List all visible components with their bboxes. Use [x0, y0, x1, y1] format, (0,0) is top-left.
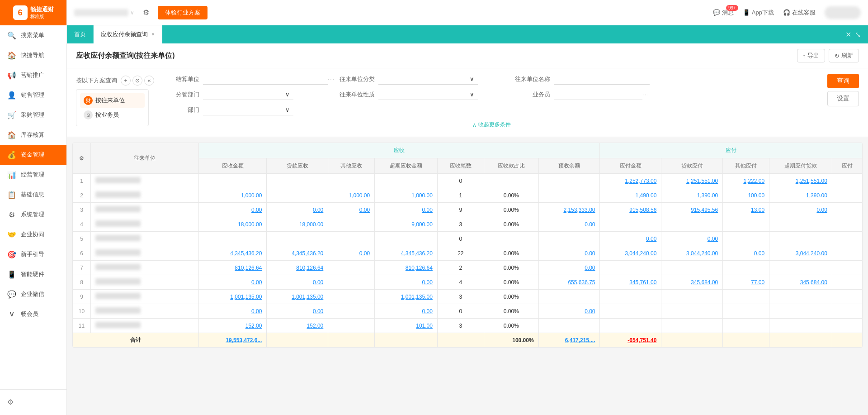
sidebar-item-marketing[interactable]: 📢 营销推广 — [0, 65, 66, 85]
sidebar-item-basic[interactable]: 📋 基础信息 — [0, 185, 66, 205]
partner-nature-select[interactable]: ∨ — [378, 89, 478, 100]
dept-manager-select[interactable]: ∨ — [203, 89, 293, 100]
partner-category-select[interactable]: ∨ — [378, 74, 478, 85]
data-table: ⚙ 往来单位 应收 应付 应收金额 贷款应收 其他应收 超期应收金额 应收笔数 … — [72, 143, 863, 348]
refresh-btn[interactable]: ↻ 刷新 — [829, 49, 859, 62]
sidebar-item-operation[interactable]: 📊 经营管理 — [0, 165, 66, 185]
collab-icon: 🤝 — [7, 230, 16, 239]
home-icon: 🏠 — [7, 51, 16, 60]
table-row: 80.000.000.0040.00%655,636.75345,761.003… — [73, 275, 863, 290]
tab-expand-btn[interactable]: ⤡ — [853, 29, 863, 41]
col-ar-other: 其他应收 — [328, 158, 375, 174]
sidebar: 6 畅捷通财 标准版 🔍 搜索菜单 🏠 快捷导航 📢 营销推广 👤 销售管理 🛒… — [0, 0, 67, 415]
page-header: 应收应付余额查询(按往来单位) ↑ 导出 ↻ 刷新 — [67, 43, 868, 68]
row-partner — [91, 319, 199, 333]
field-partner-nature: 往来单位性质 ∨ — [339, 89, 510, 100]
scheme-unit-icon: 财 — [84, 96, 93, 105]
field-partner-category: 往来单位分类 ∨ — [339, 74, 510, 85]
partner-name-input[interactable] — [554, 74, 650, 85]
logo-text: 畅捷通财 标准版 — [30, 5, 54, 20]
sidebar-item-finance[interactable]: 💰 资金管理 — [0, 145, 66, 165]
scheme-staff-icon: ⊙ — [84, 110, 93, 119]
dept-select[interactable]: ∨ — [203, 105, 293, 115]
filter-add-btn[interactable]: + — [121, 76, 131, 86]
scheme-by-unit[interactable]: 财 按往来单位 — [80, 93, 145, 108]
row-partner — [91, 217, 199, 232]
settlement-unit-input[interactable] — [203, 74, 328, 85]
sidebar-label-wechat: 企业微信 — [21, 290, 44, 298]
filter-edit-btn[interactable]: ⊙ — [132, 76, 142, 86]
tab-ar-ap[interactable]: 应收应付余额查询 × — [94, 25, 162, 43]
topbar-app-download[interactable]: 📱 App下载 — [743, 9, 774, 17]
purchase-icon: 🛒 — [7, 110, 16, 119]
table-container: ⚙ 往来单位 应收 应付 应收金额 贷款应收 其他应收 超期应收金额 应收笔数 … — [72, 143, 863, 348]
sidebar-label-basic: 基础信息 — [21, 191, 44, 199]
row-partner — [91, 275, 199, 290]
sidebar-bottom: ⚙ — [0, 389, 66, 415]
query-btn[interactable]: 查询 — [827, 74, 859, 88]
chevron-down-icon: ∨ — [470, 76, 474, 82]
sidebar-item-quick-nav[interactable]: 🏠 快捷导航 — [0, 45, 66, 65]
finance-icon: 💰 — [7, 150, 16, 159]
topbar-message[interactable]: 💬 消息 99+ — [713, 9, 734, 17]
tab-home[interactable]: 首页 — [67, 25, 94, 43]
row-partner — [91, 261, 199, 275]
row-index: 3 — [73, 203, 91, 217]
sidebar-label-marketing: 营销推广 — [21, 71, 44, 79]
filter-collapse[interactable]: ∧ 收起更多条件 — [163, 118, 820, 131]
settlement-unit-dots[interactable]: ··· — [328, 76, 335, 82]
sidebar-settings-btn[interactable]: ⚙ — [0, 393, 66, 411]
app-download-icon: 📱 — [743, 9, 750, 16]
sidebar-item-collab[interactable]: 🤝 企业协同 — [0, 224, 66, 244]
total-ar-prepay[interactable]: 6,417,215.... — [538, 333, 600, 348]
table-row: 64,345,436.204,345,436.200.004,345,436.2… — [73, 246, 863, 261]
marketing-icon: 📢 — [7, 71, 16, 80]
row-index: 2 — [73, 188, 91, 203]
page-title: 应收应付余额查询(按往来单位) — [76, 51, 175, 61]
sidebar-item-hardware[interactable]: 📱 智能硬件 — [0, 264, 66, 284]
table-settings-icon[interactable]: ⚙ — [73, 143, 91, 174]
table-row: 418,000.0018,000.009,000.0030.00%0.00 — [73, 217, 863, 232]
tab-close-btn[interactable]: × — [151, 31, 155, 38]
settings-icon: ⚙ — [7, 398, 16, 407]
hardware-icon: 📱 — [7, 270, 16, 279]
filter-label: 按以下方案查询 — [76, 76, 117, 85]
col-ar-loan: 贷款应收 — [267, 158, 328, 174]
topbar-settings-btn[interactable]: ⚙ — [140, 6, 152, 19]
total-ap-amount[interactable]: -654,751.40 — [600, 333, 661, 348]
sidebar-item-system[interactable]: ⚙ 系统管理 — [0, 205, 66, 224]
salesperson-input[interactable] — [554, 89, 642, 100]
row-index: 9 — [73, 290, 91, 304]
chevron-down-icon2: ∨ — [285, 91, 290, 98]
service-label: 在线客服 — [792, 9, 816, 17]
tab-close-window-btn[interactable]: ✕ — [844, 29, 853, 41]
export-btn[interactable]: ↑ 导出 — [797, 49, 826, 62]
sidebar-item-wechat[interactable]: 💬 企业微信 — [0, 284, 66, 304]
sidebar-item-purchase[interactable]: 🛒 采购管理 — [0, 105, 66, 125]
sidebar-item-search[interactable]: 🔍 搜索菜单 — [0, 25, 66, 45]
filter-collapse-btn[interactable]: « — [144, 76, 154, 86]
sidebar-item-sales[interactable]: 👤 销售管理 — [0, 85, 66, 105]
export-icon: ↑ — [803, 52, 806, 59]
trial-btn[interactable]: 体验行业方案 — [158, 6, 208, 19]
settings-btn[interactable]: 设置 — [827, 91, 859, 106]
sidebar-item-guide[interactable]: 🎯 新手引导 — [0, 244, 66, 264]
table-row: 100.000.000.0000.00%0.00 — [73, 304, 863, 319]
table-row: 11152.00152.00101.0030.00% — [73, 319, 863, 333]
topbar-right: 💬 消息 99+ 📱 App下载 🎧 在线客服 — [713, 6, 861, 19]
scheme-by-staff[interactable]: ⊙ 按业务员 — [80, 108, 145, 122]
topbar-user[interactable] — [825, 6, 861, 19]
sidebar-item-member[interactable]: V 畅会员 — [0, 304, 66, 324]
total-ar-amount[interactable]: 19,553,472,6... — [198, 333, 267, 348]
total-label: 合计 — [73, 333, 199, 348]
topbar-customer-service[interactable]: 🎧 在线客服 — [783, 9, 816, 17]
logo-icon: 6 — [13, 5, 28, 20]
message-badge: 99+ — [726, 5, 738, 11]
sidebar-item-inventory[interactable]: 🏠 库存核算 — [0, 125, 66, 145]
guide-icon: 🎯 — [7, 250, 16, 259]
filter-fields: 结算单位 ··· 往来单位分类 ∨ 往来单位名称 — [163, 74, 820, 131]
row-partner — [91, 203, 199, 217]
salesperson-dots[interactable]: ··· — [642, 91, 650, 98]
row-index: 10 — [73, 304, 91, 319]
message-icon: 💬 — [713, 9, 720, 16]
